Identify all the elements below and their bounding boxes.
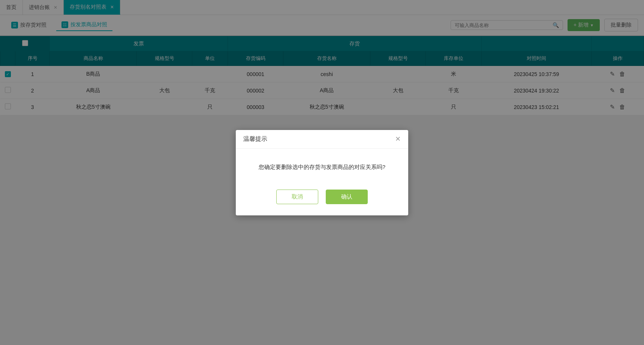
dialog-body: 您确定要删除选中的存货与发票商品的对应关系吗? [236,149,408,182]
dialog-footer: 取消 确认 [236,182,408,215]
modal-overlay: 温馨提示 ✕ 您确定要删除选中的存货与发票商品的对应关系吗? 取消 确认 [0,0,644,345]
dialog-title: 温馨提示 [243,135,267,143]
confirm-dialog: 温馨提示 ✕ 您确定要删除选中的存货与发票商品的对应关系吗? 取消 确认 [236,130,408,215]
dialog-message: 您确定要删除选中的存货与发票商品的对应关系吗? [259,164,385,170]
btn-confirm[interactable]: 确认 [326,190,368,204]
btn-cancel[interactable]: 取消 [276,190,318,204]
dialog-close-icon[interactable]: ✕ [395,136,401,142]
dialog-header: 温馨提示 ✕ [236,130,408,149]
